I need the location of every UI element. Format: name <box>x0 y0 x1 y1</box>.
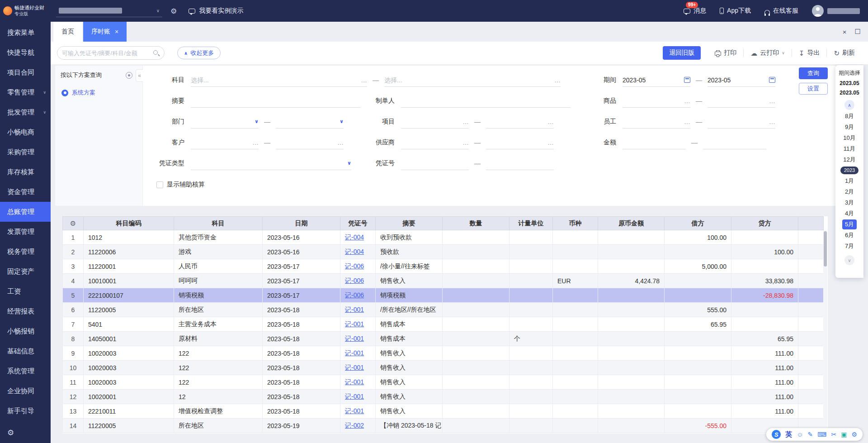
table-scrollbar[interactable] <box>823 230 827 433</box>
supplier-to-input[interactable] <box>486 139 546 146</box>
table-row[interactable]: 1411220005所在地区2023-05-19记-002【冲销 2023-05… <box>63 419 824 433</box>
preparer-field[interactable] <box>401 94 571 108</box>
sidebar-item[interactable]: 库存核算 <box>0 162 51 182</box>
subject-from-field[interactable]: … <box>191 73 367 87</box>
sidebar-item[interactable]: 小畅电商 <box>0 122 51 142</box>
online-support-button[interactable]: 在线客服 <box>764 7 798 15</box>
table-row[interactable]: 1322210011增值税检查调整2023-05-18记-001销售收入111.… <box>63 404 824 419</box>
goods-picker-icon[interactable]: … <box>767 98 775 104</box>
column-header[interactable]: 数量 <box>443 217 509 230</box>
subject-picker-icon[interactable]: … <box>552 77 561 83</box>
sidebar-item[interactable]: 税务管理 <box>0 242 51 262</box>
period-month-option[interactable]: 5月 <box>842 219 857 229</box>
employee-from-input[interactable] <box>623 118 682 125</box>
period-month-option[interactable]: 8月 <box>842 111 857 122</box>
column-header[interactable]: 科目 <box>174 217 263 230</box>
tab[interactable]: 序时账× <box>83 22 127 42</box>
checkbox-icon[interactable] <box>156 181 163 188</box>
project-from-field[interactable]: … <box>401 115 469 129</box>
supplier-from-field[interactable]: … <box>401 136 469 149</box>
project-picker-icon[interactable]: … <box>546 119 554 125</box>
project-from-input[interactable] <box>401 118 461 125</box>
period-month-option[interactable]: 6月 <box>842 230 857 241</box>
column-header[interactable]: 日期 <box>263 217 340 230</box>
voucher-no-from-input[interactable] <box>401 160 469 167</box>
table-row[interactable]: 75401主营业务成本2023-05-18记-001销售成本65.95 <box>63 317 824 332</box>
tab[interactable]: 首页 <box>53 22 82 42</box>
subject-to-input[interactable] <box>384 76 552 84</box>
table-row[interactable]: 9100200031222023-05-18记-001销售收入111.00 <box>63 346 824 361</box>
sidebar-item[interactable]: 资金管理 <box>0 182 51 202</box>
project-to-input[interactable] <box>486 118 546 125</box>
period-month-option[interactable]: 4月 <box>842 208 857 219</box>
sidebar-item[interactable]: 搜索菜单 <box>0 23 51 43</box>
department-from-input[interactable] <box>191 118 253 125</box>
employee-picker-icon[interactable]: … <box>682 119 690 125</box>
column-header[interactable]: 原币金额 <box>598 217 665 230</box>
employee-picker-icon[interactable]: … <box>767 119 775 125</box>
sidebar-item[interactable]: 总账管理 <box>0 202 51 222</box>
back-to-old-version-button[interactable]: 退回旧版 <box>663 46 701 60</box>
sidebar-item[interactable]: 基础信息 <box>0 341 51 361</box>
summary-input[interactable] <box>191 97 360 105</box>
sidebar-item[interactable]: 批发管理∨ <box>0 102 51 122</box>
account-set-selector[interactable]: ∨ <box>56 5 162 17</box>
summary-field[interactable] <box>191 94 360 108</box>
period-month-option[interactable]: 11月 <box>841 143 859 154</box>
voucher-link[interactable]: 记-001 <box>345 320 364 328</box>
project-picker-icon[interactable]: … <box>461 119 469 125</box>
column-header[interactable]: 借方 <box>665 217 731 230</box>
refresh-button[interactable]: ↻ 刷新 <box>826 49 862 57</box>
voucher-link[interactable]: 记-001 <box>345 306 364 313</box>
period-month-option[interactable]: 9月 <box>842 122 857 133</box>
period-to-field[interactable] <box>708 73 775 87</box>
customer-to-input[interactable] <box>276 139 335 146</box>
user-menu[interactable] <box>812 5 860 17</box>
sidebar-item[interactable]: 项目合同 <box>0 62 51 82</box>
table-row[interactable]: 1210020001122023-05-18记-001销售收入111.00 <box>63 390 824 404</box>
chevron-down-icon[interactable]: ∨ <box>253 119 259 124</box>
period-month-option[interactable]: 2月 <box>842 186 857 197</box>
department-from-select[interactable]: ∨ <box>191 115 259 129</box>
sidebar-item[interactable]: 采购管理 <box>0 142 51 162</box>
sidebar-item[interactable]: 系统管理 <box>0 361 51 381</box>
demo-link[interactable]: 我要看实例演示 <box>189 7 243 15</box>
voucher-link[interactable]: 记-001 <box>345 349 364 357</box>
customer-from-field[interactable]: … <box>191 136 259 149</box>
search-input[interactable] <box>62 50 150 57</box>
sidebar-item[interactable]: 企业协同 <box>0 381 51 401</box>
screenshot-scissors-icon[interactable]: ✂ <box>831 431 836 438</box>
amount-from-field[interactable] <box>623 136 686 149</box>
ime-logo-icon[interactable]: S <box>772 430 781 439</box>
sidebar-item[interactable]: 新手引导 <box>0 401 51 421</box>
collapse-more-button[interactable]: ∧ 收起更多 <box>177 47 221 59</box>
table-row[interactable]: 814050001原材料2023-05-18记-001销售成本个65.95 <box>63 332 824 346</box>
period-month-option[interactable]: 1月 <box>842 176 857 186</box>
customer-picker-icon[interactable]: … <box>250 139 259 146</box>
scheme-item-system[interactable]: 系统方案 <box>55 85 142 101</box>
emoji-icon[interactable]: ☺ <box>797 431 803 438</box>
column-header[interactable]: 计量单位 <box>509 217 553 230</box>
subject-to-field[interactable]: … <box>384 73 561 87</box>
voucher-link[interactable]: 记-006 <box>345 291 364 299</box>
chevron-down-icon[interactable]: ∨ <box>345 160 351 166</box>
sidebar-item[interactable]: 零售管理∨ <box>0 82 51 102</box>
skin-grid-icon[interactable]: ▣ <box>841 431 847 438</box>
period-to-input[interactable] <box>708 76 767 84</box>
table-row[interactable]: 11012其他货币资金2023-05-16记-004收到预收款100.00 <box>63 230 824 245</box>
project-to-field[interactable]: … <box>486 115 554 129</box>
period-from-input[interactable] <box>623 76 682 84</box>
table-row[interactable]: 11100200031222023-05-18记-001销售收入111.00 <box>63 375 824 390</box>
preparer-input[interactable] <box>401 97 571 105</box>
ime-language-indicator[interactable]: 英 <box>785 430 792 439</box>
goods-picker-icon[interactable]: … <box>682 98 690 104</box>
voucher-no-to-input[interactable] <box>486 160 554 167</box>
voucher-link[interactable]: 记-001 <box>345 393 364 400</box>
column-header[interactable]: 凭证号 <box>340 217 376 230</box>
close-all-tabs-icon[interactable]: × <box>843 28 847 36</box>
voucher-type-select[interactable]: ∨ <box>191 157 351 170</box>
handwriting-pen-icon[interactable]: ✎ <box>808 431 813 438</box>
voucher-search-box[interactable] <box>57 46 165 60</box>
employee-from-field[interactable]: … <box>623 115 690 129</box>
calendar-icon[interactable] <box>684 77 690 83</box>
